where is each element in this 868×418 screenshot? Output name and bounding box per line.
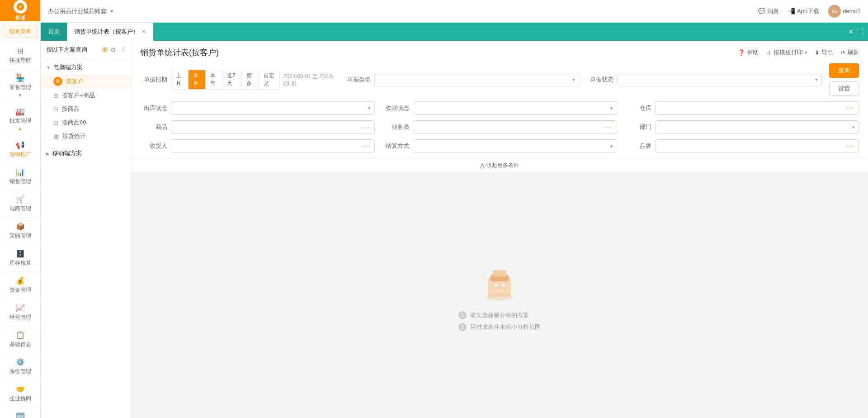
date-tab-this-month[interactable]: 本月 — [189, 70, 206, 89]
tab-close-icon[interactable]: ✕ — [142, 28, 146, 35]
empty-state: 1 请先选择要分析的方案 2 用过滤条件来缩小分析范围 — [131, 172, 868, 418]
date-label: 单据日期 — [140, 76, 167, 84]
settlement-dropdown-icon: ▾ — [610, 143, 613, 149]
date-tabs-group: 上月 本月 本年 近7天 更多 自定义 — [171, 70, 280, 90]
system-icon: ⚙️ — [16, 358, 25, 366]
sidebar-item-finance[interactable]: 💰 资金管理 — [0, 272, 40, 299]
salesperson-input[interactable]: ··· — [413, 120, 617, 134]
settlement-field: 结算方式 ▾ — [382, 139, 617, 153]
compass-icon: ⊞ — [17, 47, 23, 55]
add-scheme-icon[interactable]: ⊕ — [102, 45, 108, 54]
dropdown-icon[interactable]: ▾ — [110, 8, 113, 14]
scheme-group-desktop-label: 电脑端方案 — [53, 63, 83, 71]
filter-row-3: 商品 ··· 业务员 ··· — [140, 120, 859, 134]
scheme-panel-title: 按以下方案查询 — [46, 46, 87, 54]
settings-scheme-icon[interactable]: ⚙ — [110, 46, 116, 53]
date-tab-this-year[interactable]: 本年 — [206, 70, 223, 89]
receipt-status-input[interactable]: ▾ — [413, 101, 617, 115]
product-field: 商品 ··· — [140, 120, 375, 134]
sidebar-item-quick-nav[interactable]: ⊞ 快捷导航 — [0, 42, 40, 69]
empty-illustration — [477, 259, 522, 304]
sidebar-item-retail[interactable]: 🏪 零售管理 ▼ — [0, 69, 40, 103]
product-input[interactable]: ··· — [171, 120, 375, 134]
search-menu-button[interactable]: 搜索菜单 — [3, 25, 38, 38]
sidebar-item-ecommerce[interactable]: 🛒 电商管理 — [0, 190, 40, 218]
scheme-group-mobile-header[interactable]: ▶ 移动端方案 — [41, 147, 131, 160]
scheme-item-customer-product[interactable]: ⊞ 按客户+商品 — [41, 89, 131, 102]
department-dropdown-icon: ▾ — [852, 124, 855, 130]
header-left: 办公用品行业模拟账套 ▾ — [48, 7, 113, 15]
brand-label: 品牌 — [624, 142, 651, 150]
receiver-field: 收货人 ··· — [140, 139, 375, 153]
cooperation-icon: 🤝 — [16, 385, 25, 394]
svg-line-6 — [481, 275, 486, 279]
scheme-item-product-99[interactable]: ⊟ 按商品99 — [41, 116, 131, 129]
expand-icon: ▼ — [18, 93, 23, 98]
empty-tips: 1 请先选择要分析的方案 2 用过滤条件来缩小分析范围 — [458, 311, 541, 331]
settings-button[interactable]: 设置 — [829, 81, 859, 96]
table-icon2: ⊟ — [53, 119, 58, 126]
scheme-item-return-stats[interactable]: ▦ 退货统计 — [41, 129, 131, 143]
sidebar-item-inventory[interactable]: 🗄️ 库存核算 — [0, 245, 40, 272]
industry-label: 办公用品行业模拟账套 — [48, 7, 107, 15]
scheme-group-mobile: ▶ 移动端方案 — [41, 145, 131, 162]
collapse-scheme-icon[interactable]: 《 — [119, 46, 125, 54]
date-tab-7days[interactable]: 近7天 — [222, 70, 241, 89]
sidebar-item-system[interactable]: ⚙️ 系统管理 — [0, 353, 40, 380]
out-status-label: 出库状态 — [140, 104, 167, 112]
out-status-input[interactable]: ▾ — [171, 101, 375, 115]
tip-num-2: 2 — [458, 323, 467, 331]
sidebar-item-newbie[interactable]: 🆕 新手引导 — [0, 408, 40, 418]
sidebar-item-operations[interactable]: 📈 经营管理 — [0, 299, 40, 326]
inventory-icon: 🗄️ — [16, 249, 25, 258]
scheme-item-by-customer[interactable]: 客 按客户 — [41, 74, 131, 89]
mobile-collapse-icon: ▶ — [46, 151, 50, 156]
refresh-icon: ↺ — [840, 49, 845, 56]
refresh-btn[interactable]: ↺ 刷新 — [840, 48, 859, 57]
marketing-icon: 📢 — [16, 141, 25, 149]
user-menu[interactable]: Ea demo2 — [828, 5, 861, 18]
help-icon: ❓ — [738, 49, 745, 56]
brand-input[interactable]: ··· — [655, 139, 859, 153]
order-type-dropdown-icon: ▾ — [572, 77, 575, 83]
export-btn[interactable]: ⬇ 导出 — [815, 48, 833, 57]
settlement-input[interactable]: ▾ — [413, 139, 617, 153]
svg-line-7 — [513, 275, 518, 279]
collapse-triangle-icon: ▼ — [46, 65, 51, 70]
help-btn[interactable]: ❓ 帮助 — [738, 48, 759, 57]
order-status-input[interactable]: ▾ — [617, 73, 822, 86]
message-btn[interactable]: 💬 消息 — [758, 7, 779, 15]
filter-area: 单据日期 上月 本月 本年 近7天 更多 自定义 2023-03-01 至 20… — [131, 58, 868, 158]
scheme-group-desktop-header[interactable]: ▼ 电脑端方案 — [41, 61, 131, 74]
tab-sales-stats[interactable]: 销货单统计表（按客户） ✕ — [67, 23, 153, 41]
receiver-input[interactable]: ··· — [171, 139, 375, 153]
scheme-panel: 按以下方案查询 ⊕ ⚙ 《 ▼ 电脑端方案 客 按客户 — [41, 41, 131, 418]
date-tab-more[interactable]: 更多 — [242, 70, 259, 89]
sidebar-item-basic-info[interactable]: 📋 基础信息 — [0, 326, 40, 353]
filter-row-1: 单据日期 上月 本月 本年 近7天 更多 自定义 2023-03-01 至 20… — [140, 63, 859, 96]
print-btn[interactable]: 🖨 按模板打印 ▾ — [766, 48, 807, 57]
date-tab-custom[interactable]: 自定义 — [259, 70, 279, 89]
close-window-icon[interactable]: ✕ — [848, 28, 854, 35]
date-tab-last-month[interactable]: 上月 — [171, 70, 189, 89]
sidebar-item-cooperation[interactable]: 🤝 企业协同 — [0, 380, 40, 408]
filter-row-4: 收货人 ··· 结算方式 ▾ — [140, 139, 859, 153]
sidebar-item-sales[interactable]: 📊 销售管理 — [0, 163, 40, 190]
tab-home[interactable]: 首页 — [41, 23, 67, 41]
sidebar-item-purchase[interactable]: 📦 采购管理 — [0, 218, 40, 245]
product-label: 商品 — [140, 123, 167, 131]
collapse-more-btn[interactable]: ⋀ 收起更多条件 — [131, 158, 868, 172]
sidebar-item-wholesale[interactable]: 🏭 批发管理 ▲ — [0, 103, 40, 136]
svg-rect-3 — [493, 270, 506, 277]
scheme-item-product[interactable]: ⊟ 按商品 — [41, 102, 131, 116]
query-button[interactable]: 查询 — [829, 63, 859, 78]
download-icon: 📲 — [788, 8, 795, 14]
sidebar-item-marketing[interactable]: 📢 营销推广 — [0, 136, 40, 163]
maximize-icon[interactable]: ⛶ — [857, 28, 863, 35]
header-right: 💬 消息 📲 App下载 Ea demo2 — [758, 5, 861, 18]
order-type-input[interactable]: ▾ — [374, 73, 579, 86]
warehouse-input[interactable]: ··· — [655, 101, 859, 115]
product-dots-icon: ··· — [362, 123, 371, 131]
app-download-btn[interactable]: 📲 App下载 — [788, 7, 819, 15]
department-input[interactable]: ▾ — [655, 120, 859, 134]
